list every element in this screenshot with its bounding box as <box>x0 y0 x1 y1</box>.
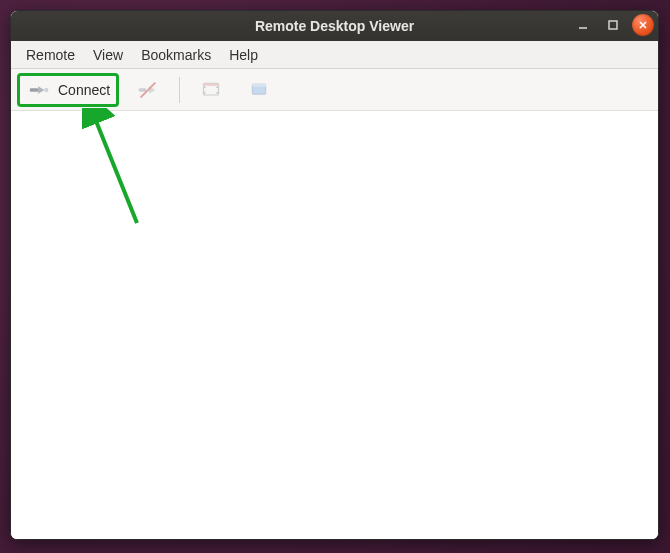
menu-view[interactable]: View <box>84 44 132 66</box>
maximize-icon <box>607 19 619 31</box>
screenshot-button <box>240 73 278 107</box>
window-title: Remote Desktop Viewer <box>11 18 658 34</box>
close-icon <box>638 20 648 30</box>
svg-rect-11 <box>204 83 219 86</box>
toolbar-separator <box>179 77 180 103</box>
menu-remote[interactable]: Remote <box>17 44 84 66</box>
menu-help[interactable]: Help <box>220 44 267 66</box>
svg-rect-13 <box>252 84 265 87</box>
connect-icon <box>28 79 50 101</box>
svg-rect-4 <box>30 88 38 92</box>
app-window: Remote Desktop Viewer Remote View Bookma… <box>10 10 659 540</box>
window-controls <box>572 14 654 36</box>
titlebar[interactable]: Remote Desktop Viewer <box>11 11 658 41</box>
screenshot-icon <box>248 79 270 101</box>
menu-bookmarks[interactable]: Bookmarks <box>132 44 220 66</box>
content-area <box>11 111 658 539</box>
svg-rect-6 <box>45 88 49 92</box>
connect-button[interactable]: Connect <box>17 73 119 107</box>
svg-rect-7 <box>139 88 146 92</box>
minimize-icon <box>577 19 589 31</box>
minimize-button[interactable] <box>572 14 594 36</box>
disconnect-icon <box>137 79 159 101</box>
disconnect-button <box>129 73 167 107</box>
fullscreen-button <box>192 73 230 107</box>
close-button[interactable] <box>632 14 654 36</box>
svg-rect-1 <box>609 21 617 29</box>
toolbar: Connect <box>11 69 658 111</box>
connect-button-label: Connect <box>58 82 110 98</box>
svg-marker-5 <box>38 86 44 93</box>
fullscreen-icon <box>200 79 222 101</box>
maximize-button[interactable] <box>602 14 624 36</box>
menubar: Remote View Bookmarks Help <box>11 41 658 69</box>
